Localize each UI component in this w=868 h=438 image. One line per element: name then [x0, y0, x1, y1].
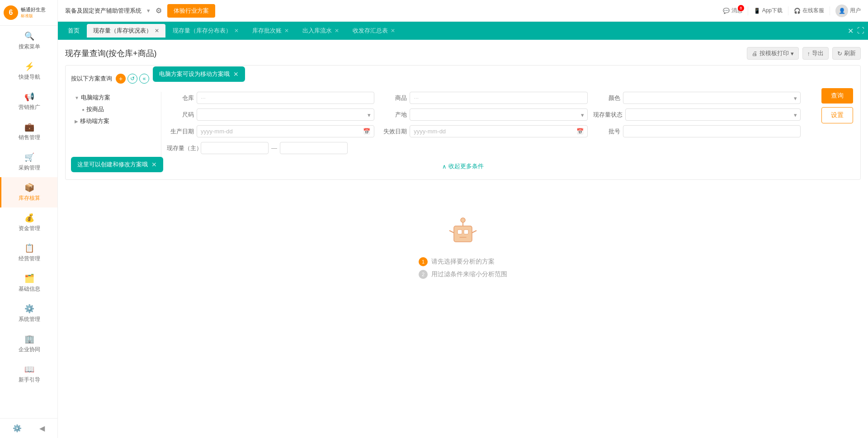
field-size-label: 尺码 — [167, 111, 194, 119]
avatar: 👤 — [835, 5, 848, 17]
print-btn[interactable]: 🖨 按模板打印 ▾ — [747, 47, 799, 60]
filter-label: 按以下方案查询 — [71, 75, 112, 83]
field-prod-date-input[interactable]: yyyy-mm-dd 📅 — [197, 125, 374, 137]
sidebar-item-operations[interactable]: 📋 经营管理 — [0, 238, 57, 268]
refresh-btn[interactable]: ↻ 刷新 — [832, 47, 861, 60]
guide-icon: 📖 — [24, 364, 34, 374]
sidebar-item-basic[interactable]: 🗂️ 基础信息 — [0, 268, 57, 298]
sidebar-item-purchase[interactable]: 🛒 采购管理 — [0, 147, 57, 177]
sidebar-item-search-menu[interactable]: 🔍 搜索菜单 — [0, 26, 57, 56]
empty-icon — [445, 212, 481, 250]
sidebar-item-label: 销售管理 — [19, 134, 40, 141]
field-stock-qty: 现存量（主） — — [167, 142, 348, 154]
field-stock-qty-max[interactable] — [280, 142, 348, 154]
tab-inventory-status[interactable]: 现存量（库存状况表） ✕ — [87, 24, 165, 38]
export-icon: ↑ — [807, 50, 811, 57]
service-icon: 🎧 — [794, 8, 801, 14]
system-icon: ⚙️ — [24, 304, 34, 314]
field-warehouse: 仓库 ··· — [167, 92, 374, 104]
filter-row-2: 尺码 产地 — [167, 108, 801, 121]
empty-step-1: 1 请先选择要分析的方案 — [419, 257, 507, 266]
collapse-more-btn[interactable]: ∧ 收起更多条件 — [71, 159, 855, 174]
tab-close-icon[interactable]: ✕ — [234, 28, 239, 34]
tab-inventory-dist-label: 现存量（库存分布表） — [173, 27, 231, 35]
filter-fields: 仓库 ··· 商品 ··· — [167, 92, 855, 159]
app-download-btn[interactable]: 📱 App下载 — [754, 7, 783, 14]
sidebar-item-label: 快捷导航 — [19, 73, 40, 81]
divider3 — [830, 6, 830, 15]
sidebar-item-sales[interactable]: 💼 销售管理 — [0, 117, 57, 147]
page-content: 现存量查询(按仓库+商品) 🖨 按模板打印 ▾ ↑ 导出 ↻ 刷新 — [58, 40, 868, 438]
inventory-icon: 📦 — [24, 183, 34, 193]
filter-row-1: 仓库 ··· 商品 ··· — [167, 92, 801, 104]
settings-bottom-icon[interactable]: ⚙️ — [13, 424, 22, 433]
sidebar-item-label: 采购管理 — [19, 164, 40, 172]
collapse-sidebar-button[interactable]: ◀ — [39, 424, 45, 433]
field-warehouse-input[interactable]: ··· — [197, 92, 374, 104]
user-area[interactable]: 👤 用户 — [835, 5, 861, 17]
filter-area: 按以下方案查询 + ↺ « 电脑方案可设为移动方案哦 ✕ — [65, 65, 861, 180]
page-header: 现存量查询(按仓库+商品) 🖨 按模板打印 ▾ ↑ 导出 ↻ 刷新 — [65, 47, 861, 60]
field-expire-date-input[interactable]: yyyy-mm-dd 📅 — [410, 125, 587, 137]
sidebar-item-system[interactable]: ⚙️ 系统管理 — [0, 298, 57, 329]
reset-btn[interactable]: 设置 — [821, 107, 853, 123]
page-header-actions: 🖨 按模板打印 ▾ ↑ 导出 ↻ 刷新 — [747, 47, 861, 60]
svg-rect-0 — [454, 226, 472, 242]
online-service-btn[interactable]: 🎧 在线客服 — [794, 7, 824, 14]
filter-back-btn[interactable]: « — [139, 74, 149, 84]
field-color-select[interactable] — [623, 92, 801, 104]
topbar-gear-icon[interactable]: ⚙ — [156, 6, 162, 15]
scheme-arrow-mobile: ▶ — [75, 119, 78, 124]
field-stock-status-label: 现存量状态 — [593, 111, 623, 119]
field-stock-status-select[interactable] — [625, 108, 801, 121]
tab-in-out-flow[interactable]: 出入库流水 ✕ — [296, 24, 345, 38]
field-goods-input[interactable]: ··· — [410, 92, 587, 104]
scheme-arrow-empty: ● — [82, 107, 85, 112]
experience-btn[interactable]: 体验行业方案 — [167, 4, 215, 18]
topbar-dropdown-icon[interactable]: ▾ — [147, 7, 150, 14]
tab-maximize-icon[interactable]: ⛶ — [857, 27, 864, 35]
tab-recv-send-summary[interactable]: 收发存汇总表 ✕ — [346, 24, 401, 38]
scheme-item-label: 按商品 — [86, 105, 152, 113]
main-area: 装备及固定资产辅助管理系统 ▾ ⚙ 体验行业方案 💬 8 消息 📱 App下载 … — [58, 0, 868, 438]
scheme-item-mobile[interactable]: ▶ 移动端方案 — [71, 115, 156, 127]
collapse-chevron-icon: ∧ — [442, 163, 447, 170]
calendar-icon-expire: 📅 — [576, 128, 584, 135]
field-origin-select[interactable] — [410, 108, 587, 121]
svg-point-5 — [461, 218, 465, 222]
scheme-item-pc-default[interactable]: ● 按商品 — [71, 104, 156, 115]
field-prod-date: 生产日期 yyyy-mm-dd 📅 — [167, 125, 374, 137]
tab-close-icon[interactable]: ✕ — [284, 28, 289, 34]
scheme-arrow-pc: ▼ — [75, 95, 79, 100]
tab-inventory-dist[interactable]: 现存量（库存分布表） ✕ — [166, 24, 245, 38]
field-stock-qty-label: 现存量（主） — [167, 144, 198, 152]
sales-icon: 💼 — [24, 122, 34, 132]
scheme-item-pc[interactable]: ▼ 电脑端方案 — [71, 92, 156, 104]
notification-area[interactable]: 💬 8 消息 — [723, 7, 742, 14]
sidebar-item-finance[interactable]: 💰 资金管理 — [0, 207, 57, 238]
field-size-select[interactable] — [197, 108, 374, 121]
tab-close-icon[interactable]: ✕ — [335, 28, 339, 34]
export-btn[interactable]: ↑ 导出 — [802, 47, 829, 60]
sidebar-item-marketing[interactable]: 📢 营销推广 — [0, 86, 57, 117]
sidebar-item-enterprise[interactable]: 🏢 企业协同 — [0, 329, 57, 359]
tab-batch-account[interactable]: 库存批次账 ✕ — [246, 24, 295, 38]
logo-badge: 标准版 — [21, 13, 46, 19]
field-stock-qty-min[interactable] — [201, 142, 269, 154]
scheme-tooltip-close[interactable]: ✕ — [233, 71, 239, 78]
query-btn[interactable]: 查询 — [821, 88, 853, 104]
filter-refresh-btn[interactable]: ↺ — [127, 74, 137, 84]
filter-add-btn[interactable]: + — [116, 74, 126, 84]
sidebar-item-inventory[interactable]: 📦 库存核算 — [0, 177, 57, 207]
tab-close-all-icon[interactable]: ✕ — [848, 27, 854, 35]
sidebar-item-guide[interactable]: 📖 新手引导 — [0, 359, 57, 389]
tab-home[interactable]: 首页 — [61, 24, 86, 38]
tab-close-icon[interactable]: ✕ — [391, 28, 395, 34]
tab-close-icon[interactable]: ✕ — [155, 28, 159, 34]
sidebar-item-quick-nav[interactable]: ⚡ 快捷导航 — [0, 56, 57, 86]
field-batch-input[interactable] — [623, 125, 801, 137]
sidebar: 6 畅通好生意 标准版 🔍 搜索菜单 ⚡ 快捷导航 📢 营销推广 💼 销售管理 … — [0, 0, 58, 438]
create-tooltip-close[interactable]: ✕ — [151, 161, 157, 168]
page-title: 现存量查询(按仓库+商品) — [65, 48, 157, 59]
sidebar-item-label: 营销推广 — [19, 104, 40, 111]
